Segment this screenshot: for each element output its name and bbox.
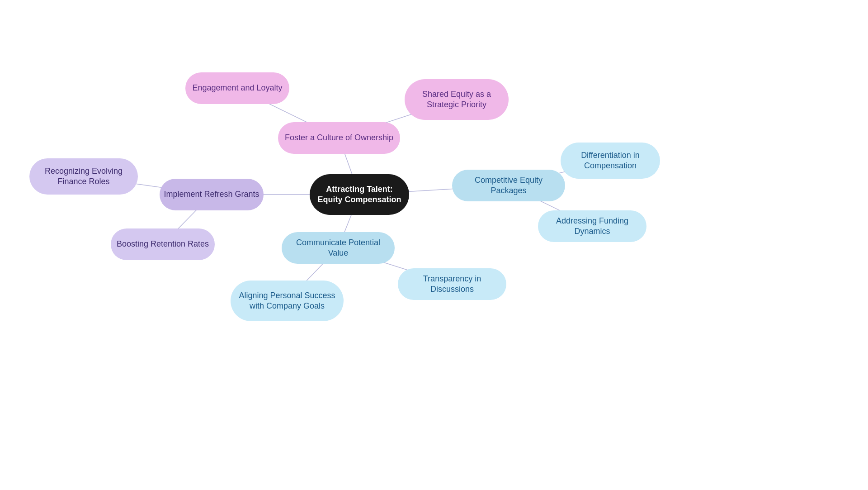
node-competitive-equity[interactable]: Competitive Equity Packages xyxy=(452,170,565,201)
node-transparency[interactable]: Transparency in Discussions xyxy=(398,268,506,300)
node-boosting-retention-label: Boosting Retention Rates xyxy=(113,239,212,249)
node-foster-culture-label: Foster a Culture of Ownership xyxy=(281,133,397,143)
node-shared-equity[interactable]: Shared Equity as a Strategic Priority xyxy=(405,79,509,120)
node-recognizing-finance-label: Recognizing Evolving Finance Roles xyxy=(29,166,138,187)
node-communicate-value[interactable]: Communicate Potential Value xyxy=(282,232,395,264)
node-addressing-funding-label: Addressing Funding Dynamics xyxy=(538,216,646,237)
node-foster-culture[interactable]: Foster a Culture of Ownership xyxy=(278,122,400,154)
mind-map: Attracting Talent: Equity CompensationEn… xyxy=(0,0,868,490)
node-differentiation[interactable]: Differentiation in Compensation xyxy=(561,143,660,179)
node-aligning-personal[interactable]: Aligning Personal Success with Company G… xyxy=(231,281,344,321)
node-engagement-loyalty-label: Engagement and Loyalty xyxy=(189,83,286,93)
node-aligning-personal-label: Aligning Personal Success with Company G… xyxy=(231,290,344,312)
node-differentiation-label: Differentiation in Compensation xyxy=(561,150,660,171)
node-shared-equity-label: Shared Equity as a Strategic Priority xyxy=(405,89,509,110)
center-node[interactable]: Attracting Talent: Equity Compensation xyxy=(310,174,409,215)
node-implement-refresh[interactable]: Implement Refresh Grants xyxy=(160,179,264,210)
center-node-label: Attracting Talent: Equity Compensation xyxy=(310,184,409,205)
node-recognizing-finance[interactable]: Recognizing Evolving Finance Roles xyxy=(29,158,138,195)
node-engagement-loyalty[interactable]: Engagement and Loyalty xyxy=(185,72,289,104)
node-boosting-retention[interactable]: Boosting Retention Rates xyxy=(111,228,215,260)
node-communicate-value-label: Communicate Potential Value xyxy=(282,238,395,259)
node-transparency-label: Transparency in Discussions xyxy=(398,274,506,295)
node-competitive-equity-label: Competitive Equity Packages xyxy=(452,175,565,196)
node-addressing-funding[interactable]: Addressing Funding Dynamics xyxy=(538,210,646,242)
node-implement-refresh-label: Implement Refresh Grants xyxy=(160,189,263,200)
